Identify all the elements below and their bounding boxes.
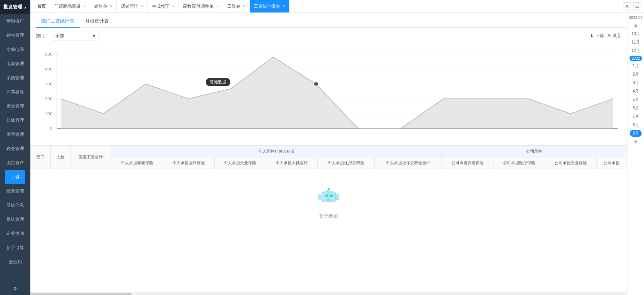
refresh-icon: ↻: [608, 33, 612, 38]
svg-rect-22: [336, 195, 339, 200]
tab-close-sales-order[interactable]: ×: [110, 4, 112, 9]
sidebar-item-cloud[interactable]: 云应用: [5, 255, 25, 269]
tab-bar-end: ✕ ▭: [623, 2, 641, 10]
th-公司承担失业保险: 公司承担失业保险: [545, 157, 597, 169]
sidebar-item-ecom-small[interactable]: 小畅电商: [5, 42, 25, 57]
tab-close-ar-ap[interactable]: ×: [216, 4, 219, 9]
timeline-month-10月[interactable]: 10月: [631, 30, 641, 38]
sidebar-item-system[interactable]: 系统管理: [5, 212, 25, 227]
tab-payroll[interactable]: 工资表×: [223, 0, 250, 12]
tab-bar: 首页门店商品目录×销售单×店铺管理×生成凭证×应收应付调整单×工资表×工资统计报…: [30, 0, 644, 13]
chevron-down-icon: ▾: [93, 33, 95, 38]
tab-voucher[interactable]: 生成凭证×: [148, 0, 179, 12]
tab-close-payroll[interactable]: ×: [243, 4, 245, 9]
dept-select[interactable]: 全部 ▾: [52, 31, 99, 40]
svg-text:300: 300: [45, 82, 53, 86]
svg-point-14: [314, 82, 318, 86]
toolbar: 部门： 全部 ▾ ⬇ 下载 ↻ 刷新: [30, 28, 627, 44]
content-area: 部门工资统计表月份统计表 部门： 全部 ▾ ⬇ 下载 ↻ 刷新: [30, 13, 644, 295]
sidebar-item-marketing[interactable]: 营销推广: [5, 14, 25, 28]
timeline-current-year[interactable]: 2022: [629, 56, 642, 61]
main-area: 首页门店商品目录×销售单×店铺管理×生成凭证×应收应付调整单×工资表×工资统计报…: [30, 0, 644, 295]
svg-rect-17: [329, 195, 333, 197]
th-个人承担社保公积金合计: 个人承担社保公积金合计: [374, 157, 442, 169]
timeline-month-8月[interactable]: 8月: [630, 121, 642, 129]
tab-close-voucher[interactable]: ×: [172, 4, 175, 9]
timeline-month-2月[interactable]: 2月: [630, 70, 642, 79]
th-公司承担: 公司承担: [596, 157, 627, 169]
timeline-up-arrow[interactable]: ▲: [632, 21, 640, 30]
chart-svg: 0 100 200 300 400 500: [36, 48, 622, 135]
sidebar-header[interactable]: 批发管理 ▲: [0, 0, 30, 14]
svg-text:500: 500: [45, 52, 53, 56]
sub-tab-month[interactable]: 月份统计表: [80, 16, 114, 28]
sidebar-item-ecom[interactable]: 电商管理: [5, 57, 25, 71]
svg-rect-18: [327, 199, 331, 201]
sidebar-item-fund[interactable]: 资金管理: [5, 99, 25, 113]
th-个人承担失业保险: 个人承担失业保险: [214, 157, 266, 169]
sub-tabs: 部门工资统计表月份统计表: [30, 13, 627, 28]
refresh-label: 刷新: [613, 33, 622, 39]
timeline-month-11月[interactable]: 11月: [631, 38, 641, 47]
empty-text: 暂无数据: [319, 213, 338, 219]
empty-icon: [315, 182, 342, 209]
table-container[interactable]: 部门 人数 应发工资合计 个人承担社保公积金 公司承担 个人承担养老保险个人承担…: [30, 145, 627, 292]
download-button[interactable]: ⬇ 下载: [590, 33, 604, 39]
sidebar-item-tax[interactable]: 税务管理: [5, 142, 25, 156]
sidebar-item-operation[interactable]: 经营管理: [5, 184, 25, 198]
svg-text:100: 100: [45, 112, 53, 116]
timeline-month-7月[interactable]: 7月: [630, 112, 642, 121]
sidebar-item-invoice[interactable]: 发票管理: [5, 127, 25, 142]
download-icon: ⬇: [590, 33, 594, 38]
timeline-month-4月[interactable]: 4月: [630, 87, 642, 95]
timeline-month-12月[interactable]: 12月: [631, 47, 641, 55]
tab-home[interactable]: 首页: [33, 0, 50, 12]
th-公司承担养老保险: 公司承担养老保险: [442, 157, 493, 169]
tab-shop-mgmt[interactable]: 店铺管理×: [117, 0, 148, 12]
sidebar-item-basic[interactable]: 基础信息: [5, 198, 25, 212]
timeline-month-1月[interactable]: 1月: [630, 62, 642, 70]
timeline-month-6月[interactable]: 6月: [630, 104, 642, 112]
svg-text:200: 200: [45, 97, 53, 101]
th-个人承担大额医疗: 个人承担大额医疗: [266, 157, 318, 169]
sidebar-settings-button[interactable]: ⚙: [0, 282, 30, 295]
tab-ar-ap[interactable]: 应收应付调整单×: [179, 0, 223, 12]
timeline-date-label: 2022.09: [628, 14, 643, 21]
th-dept: 部门: [31, 146, 51, 169]
tab-close-shop-mgmt[interactable]: ×: [141, 4, 143, 9]
restore-tab-button[interactable]: ▭: [633, 2, 641, 10]
sidebar: 批发管理 ▲ 营销推广销售管理小畅电商电商管理采购管理库存核算资金管理总账管理发…: [0, 0, 30, 295]
tab-payroll-report[interactable]: 工资统计报表×: [250, 0, 290, 12]
sidebar-item-salary[interactable]: 工资: [5, 170, 25, 184]
tab-sales-order[interactable]: 销售单×: [90, 0, 117, 12]
th-个人承担医疗保险: 个人承担医疗保险: [163, 157, 214, 169]
sidebar-item-sales[interactable]: 销售管理: [5, 28, 25, 42]
sidebar-item-guide[interactable]: 新手引导: [5, 241, 25, 255]
sidebar-item-ledger[interactable]: 总账管理: [5, 113, 25, 127]
timeline-month-3月[interactable]: 3月: [630, 79, 642, 87]
sidebar-item-collab[interactable]: 企业协同: [5, 227, 25, 241]
sub-tab-dept[interactable]: 部门工资统计表: [36, 16, 80, 28]
sidebar-item-purchase[interactable]: 采购管理: [5, 71, 25, 85]
th-count: 人数: [50, 146, 70, 169]
timeline-down-arrow[interactable]: ▼: [632, 138, 640, 146]
scrollbar-thumb[interactable]: [30, 293, 132, 295]
page-content: 部门工资统计表月份统计表 部门： 全部 ▾ ⬇ 下载 ↻ 刷新: [30, 13, 627, 295]
tab-close-product-catalog[interactable]: ×: [83, 4, 86, 9]
tab-product-catalog[interactable]: 门店商品目录×: [50, 0, 90, 12]
data-table: 部门 人数 应发工资合计 个人承担社保公积金 公司承担 个人承担养老保险个人承担…: [30, 146, 627, 233]
th-个人承担养老保险: 个人承担养老保险: [111, 157, 163, 169]
close-tab-button[interactable]: ✕: [623, 2, 631, 10]
sidebar-item-assets[interactable]: 固定资产: [5, 156, 25, 170]
tab-close-payroll-report[interactable]: ×: [283, 4, 285, 9]
svg-text:0: 0: [50, 126, 53, 130]
svg-text:400: 400: [45, 67, 53, 71]
refresh-button[interactable]: ↻ 刷新: [608, 33, 622, 39]
timeline-panel: 2022.09 ▲ 10月11月12月 2022 1月2月3月4月5月6月7月8…: [627, 13, 644, 295]
sidebar-collapse-icon: ▲: [24, 5, 27, 9]
dept-select-value: 全部: [55, 33, 64, 39]
horizontal-scrollbar[interactable]: [30, 292, 627, 295]
timeline-month-5月[interactable]: 5月: [630, 95, 642, 104]
sidebar-item-inventory[interactable]: 库存核算: [5, 85, 25, 99]
timeline-month-9月[interactable]: 9月: [630, 130, 642, 137]
